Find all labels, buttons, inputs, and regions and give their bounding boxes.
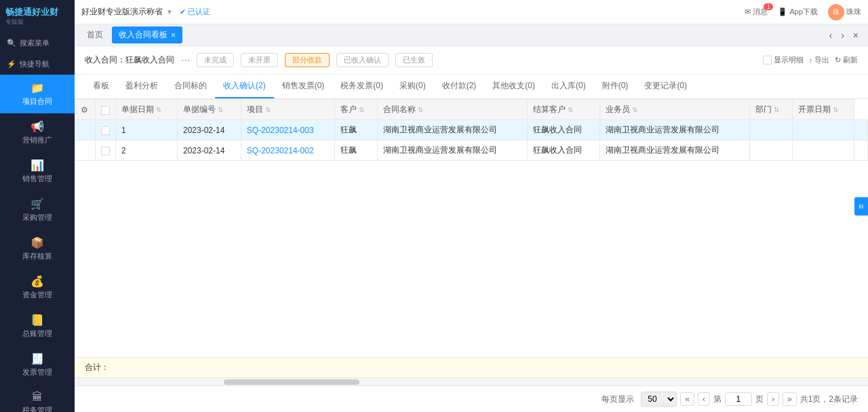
horizontal-scrollbar[interactable] <box>75 377 868 386</box>
tab-sales-invoice[interactable]: 销售发票(0) <box>274 75 333 98</box>
contract-header: 收入合同：狂飙收入合同 ··· 未完成 未开票 部分收款 已收入确认 已生效 显… <box>75 46 868 75</box>
th-customer: 客户 ⇅ <box>335 100 377 120</box>
status-active-button[interactable]: 已生效 <box>395 53 433 67</box>
tab-next-button[interactable]: › <box>838 30 847 41</box>
sort-invoice-date-icon[interactable]: ⇅ <box>833 106 838 113</box>
status-uninvoiced-button[interactable]: 未开票 <box>241 53 278 67</box>
tab-revenue-confirm[interactable]: 收入确认(2) <box>215 75 274 98</box>
status-partial-button[interactable]: 部分收款 <box>285 53 330 67</box>
messages-icon: ✉ <box>745 7 751 16</box>
app-download-button[interactable]: 📱 App下载 <box>778 7 818 17</box>
tab-navigation: ‹ › × <box>826 30 861 41</box>
pagination: 每页显示 50 20 100 « ‹ 第 页 › » 共1页，2条记录 <box>75 386 868 412</box>
last-page-button[interactable]: » <box>783 392 797 406</box>
messages-button[interactable]: ✉ 1 消息 <box>745 7 768 17</box>
sort-department-icon[interactable]: ⇅ <box>774 106 779 113</box>
data-table: ⚙ 单据日期 ⇅ 单据编号 <box>75 99 868 161</box>
contract-more-button[interactable]: ··· <box>181 54 190 67</box>
tab-close-icon[interactable]: × <box>171 31 176 40</box>
home-tab[interactable]: 首页 <box>81 29 108 41</box>
sidebar-item-funds[interactable]: 💰 资金管理 <box>0 268 75 307</box>
row-number-link[interactable]: SQ-20230214-002 <box>247 146 314 155</box>
refresh-button[interactable]: ↻ 刷新 <box>835 55 858 65</box>
funds-icon: 💰 <box>31 275 44 288</box>
sort-date-icon[interactable]: ⇅ <box>156 106 161 113</box>
th-invoice-date-label: 开票日期 <box>798 104 831 115</box>
app-download-label: App下载 <box>789 7 818 17</box>
table-footer: 合计： <box>75 357 868 377</box>
tab-tax-invoice[interactable]: 税务发票(0) <box>332 75 391 98</box>
sort-customer-icon[interactable]: ⇅ <box>359 106 364 113</box>
tab-change-log[interactable]: 变更记录(0) <box>636 75 695 98</box>
user-menu[interactable]: 珠 珠珠 <box>828 4 861 20</box>
row-number[interactable]: SQ-20230214-002 <box>241 141 335 161</box>
table-row[interactable]: 2 2023-02-14 SQ-20230214-002 狂飙 湖南卫视商业运营… <box>75 141 868 161</box>
row-number[interactable]: SQ-20230214-003 <box>241 120 335 141</box>
sidebar-projects-label: 项目合同 <box>22 96 52 107</box>
table-row[interactable]: 1 2023-02-14 SQ-20230214-003 狂飙 湖南卫视商业运营… <box>75 120 868 141</box>
export-label: 导出 <box>814 55 829 65</box>
per-page-select[interactable]: 50 20 100 <box>641 392 677 407</box>
page-input[interactable] <box>725 392 752 406</box>
show-detail-checkbox[interactable]: 显示明细 <box>763 55 804 65</box>
row-department <box>792 141 854 161</box>
sidebar-item-sales[interactable]: 📊 销售管理 <box>0 152 75 191</box>
refresh-icon: ↻ <box>835 56 841 64</box>
sidebar-purchase-label: 采购管理 <box>22 212 52 223</box>
sidebar-item-quicknav[interactable]: ⚡ 快捷导航 <box>0 54 75 75</box>
sidebar-item-search[interactable]: 🔍 搜索菜单 <box>0 33 75 54</box>
messages-badge: 1 <box>764 3 773 10</box>
sidebar-item-purchase[interactable]: 🛒 采购管理 <box>0 191 75 229</box>
row-checkbox[interactable] <box>101 126 110 135</box>
sidebar-item-invoice[interactable]: 🧾 发票管理 <box>0 345 75 384</box>
company-selector[interactable]: 好业财专业版演示称省 ▼ <box>81 6 173 18</box>
sidebar-item-inventory[interactable]: 📦 库存核算 <box>0 229 75 268</box>
invoice-icon: 🧾 <box>31 352 44 365</box>
status-incomplete-button[interactable]: 未完成 <box>197 53 234 67</box>
sales-icon: 📊 <box>31 159 44 172</box>
right-panel-button[interactable]: ≡ <box>855 200 867 212</box>
prev-page-button[interactable]: ‹ <box>698 392 710 406</box>
projects-icon: 📁 <box>31 81 44 94</box>
sort-salesperson-icon[interactable]: ⇅ <box>632 106 637 113</box>
status-confirmed-button[interactable]: 已收入确认 <box>336 53 389 67</box>
row-number-link[interactable]: SQ-20230214-003 <box>247 126 314 135</box>
sort-contract-name-icon[interactable]: ⇅ <box>418 106 423 113</box>
sidebar-item-projects[interactable]: 📁 项目合同 <box>0 75 75 113</box>
next-page-button[interactable]: › <box>767 392 779 406</box>
show-detail-label: 显示明细 <box>774 55 804 65</box>
sidebar-item-marketing[interactable]: 📢 营销推广 <box>0 113 75 152</box>
export-button[interactable]: ↑ 导出 <box>809 55 830 65</box>
sort-project-icon[interactable]: ⇅ <box>265 106 271 113</box>
row-index: 1 <box>116 120 178 141</box>
company-arrow-icon: ▼ <box>166 8 173 16</box>
active-tab[interactable]: 收入合同看板 × <box>112 26 182 43</box>
th-invoice-date: 开票日期 ⇅ <box>792 100 854 120</box>
row-checkbox-cell[interactable] <box>96 120 116 141</box>
sidebar-item-accounting[interactable]: 📒 总账管理 <box>0 307 75 345</box>
tab-close-button[interactable]: × <box>850 30 861 41</box>
sidebar-item-tax[interactable]: 🏛 税务管理 <box>0 384 75 412</box>
first-page-button[interactable]: « <box>680 392 694 406</box>
row-checkbox[interactable] <box>101 147 110 155</box>
tab-payment[interactable]: 收付款(2) <box>434 75 485 98</box>
sort-settle-customer-icon[interactable]: ⇅ <box>568 106 573 113</box>
row-contract-name: 狂飙收入合同 <box>528 120 600 141</box>
tab-purchase[interactable]: 采购(0) <box>391 75 434 98</box>
show-detail-check-icon[interactable] <box>763 56 772 64</box>
select-all-checkbox[interactable] <box>101 106 110 115</box>
tab-subject[interactable]: 合同标的 <box>166 75 215 98</box>
sort-number-icon[interactable]: ⇅ <box>218 106 223 113</box>
tab-attachments[interactable]: 附件(0) <box>594 75 637 98</box>
tab-prev-button[interactable]: ‹ <box>826 30 835 41</box>
row-checkbox-cell[interactable] <box>96 141 116 161</box>
inventory-icon: 📦 <box>31 236 44 249</box>
tab-profit[interactable]: 盈利分析 <box>117 75 166 98</box>
scrollbar-thumb[interactable] <box>224 379 359 385</box>
th-customer-label: 客户 <box>340 104 357 115</box>
tab-kanban[interactable]: 看板 <box>85 75 117 98</box>
tab-other-income[interactable]: 其他收支(0) <box>484 75 543 98</box>
tab-inout-stock[interactable]: 出入库(0) <box>543 75 594 98</box>
gear-settings-icon[interactable]: ⚙ <box>81 105 88 115</box>
row-contract-name: 狂飙收入合同 <box>528 141 600 161</box>
